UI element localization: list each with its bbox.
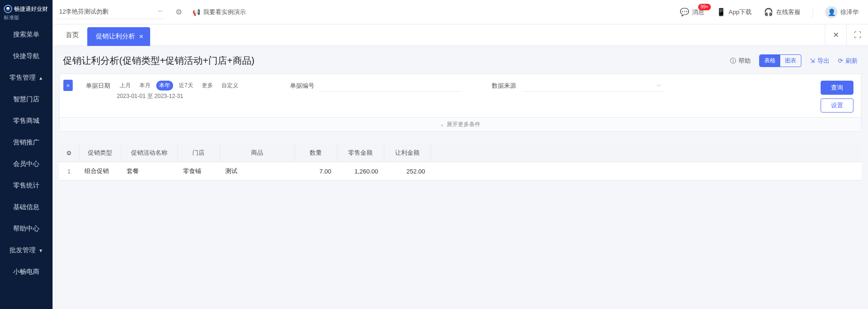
tab-promo-analysis-label: 促销让利分析 <box>96 32 135 41</box>
view-table-button[interactable]: 表格 <box>760 55 780 67</box>
help-label: 帮助 <box>739 57 751 65</box>
preset-this-year[interactable]: 本年 <box>156 81 173 90</box>
preset-this-month[interactable]: 本月 <box>137 81 153 90</box>
cell-store: 零食铺 <box>177 162 220 181</box>
sidebar-item-search[interactable]: 搜索菜单 <box>0 24 53 45</box>
sidebar-item-member[interactable]: 会员中心 <box>0 153 53 175</box>
demo-link-label: 我要看实例演示 <box>203 8 246 16</box>
help-icon: ⓘ <box>730 57 736 65</box>
col-promo-type: 促销类型 <box>79 144 121 162</box>
divider <box>813 7 813 18</box>
sidebar-item-help[interactable]: 帮助中心 <box>0 218 53 240</box>
settings-icon[interactable]: ⚙ <box>174 8 184 16</box>
col-product: 商品 <box>220 144 295 162</box>
sidebar-group-retail[interactable]: 零售管理 ▲ <box>0 67 53 89</box>
table-row[interactable]: 1 组合促销 套餐 零食铺 测试 7.00 1,260.00 252.00 <box>59 162 861 181</box>
support-label: 在线客服 <box>776 8 800 16</box>
sidebar-item-retailstats[interactable]: 零售统计 <box>0 175 53 196</box>
view-chart-button[interactable]: 图表 <box>780 55 801 67</box>
refresh-icon: ⟳ <box>838 57 843 64</box>
view-toggle: 表格 图表 <box>759 54 801 67</box>
preset-last7[interactable]: 近7天 <box>176 81 196 90</box>
fullscreen-button[interactable]: ⛶ <box>846 24 868 45</box>
close-all-tabs-button[interactable]: ✕ <box>825 24 846 45</box>
sidebar-item-marketing[interactable]: 营销推广 <box>0 132 53 153</box>
col-promo-name: 促销活动名称 <box>121 144 177 162</box>
date-range-display: 2023-01-01 至 2023-12-31 <box>117 92 241 100</box>
cell-amount: 1,260.00 <box>337 162 384 181</box>
double-chevron-down-icon: ⌄ <box>440 122 444 127</box>
avatar-icon: 👤 <box>825 6 838 18</box>
export-icon: ⇲ <box>810 57 815 64</box>
tab-home[interactable]: 首页 <box>57 24 87 45</box>
results-table: ⚙ 促销类型 促销活动名称 门店 商品 数量 零售金额 让利金额 <box>59 144 861 181</box>
demo-link[interactable]: 📢 我要看实例演示 <box>192 8 246 16</box>
preset-last-month[interactable]: 上月 <box>117 81 134 90</box>
cell-product: 测试 <box>220 162 295 181</box>
sidebar-item-retailmall[interactable]: 零售商城 <box>0 110 53 132</box>
messages-badge: 99+ <box>698 4 711 10</box>
speaker-icon: 📢 <box>192 8 200 16</box>
tab-strip: 首页 促销让利分析 ✕ ✕ ⛶ <box>53 24 868 46</box>
download-label: App下载 <box>729 8 752 16</box>
org-selector[interactable]: 12李艳芬测试勿删 ﹀ <box>57 5 165 19</box>
sidebar-item-quicknav[interactable]: 快捷导航 <box>0 45 53 67</box>
cell-qty: 7.00 <box>295 162 337 181</box>
sidebar-group-wholesale-label: 批发管理 <box>9 246 36 255</box>
sidebar-item-xiaochang[interactable]: 小畅电商 <box>0 261 53 283</box>
filter-settings-button[interactable]: 设置 <box>821 98 853 113</box>
cell-promo-type: 组合促销 <box>79 162 121 181</box>
filter-date-label: 单据日期 <box>86 81 110 90</box>
expand-filters-button[interactable]: ⌄ 展开更多条件 <box>60 117 861 131</box>
sidebar: 畅捷通好业财 标准版 搜索菜单 快捷导航 零售管理 ▲ 智慧门店 零售商城 营销… <box>0 0 53 309</box>
column-settings-button[interactable]: ⚙ <box>59 144 79 162</box>
page-header: 促销让利分析(促销类型+促销活动+门店+商品) ⓘ 帮助 表格 图表 ⇲ 导出 <box>59 46 861 74</box>
tab-promo-analysis[interactable]: 促销让利分析 ✕ <box>87 27 150 46</box>
download-button[interactable]: 📱 App下载 <box>715 8 754 16</box>
col-discount: 让利金额 <box>384 144 431 162</box>
preset-custom[interactable]: 自定义 <box>219 81 241 90</box>
query-button[interactable]: 查询 <box>821 81 853 95</box>
sidebar-item-smartstore[interactable]: 智慧门店 <box>0 89 53 110</box>
filter-doc-no-label: 单据编号 <box>290 81 314 90</box>
export-button[interactable]: ⇲ 导出 <box>810 57 830 65</box>
topbar: 12李艳芬测试勿删 ﹀ ⚙ 📢 我要看实例演示 💬 消息 99+ 📱 App下载… <box>53 0 868 24</box>
messages-button[interactable]: 💬 消息 99+ <box>678 8 706 16</box>
brand-logo-icon <box>4 5 12 13</box>
cell-discount: 252.00 <box>384 162 431 181</box>
filter-doc-no: 单据编号 <box>290 81 462 92</box>
phone-icon: 📱 <box>716 8 726 16</box>
chat-icon: 💬 <box>680 8 689 16</box>
chevron-down-icon: ﹀ <box>158 8 163 16</box>
collapse-filter-button[interactable]: » <box>63 80 73 91</box>
org-selector-value: 12李艳芬测试勿删 <box>59 8 108 16</box>
brand-name: 畅捷通好业财 <box>14 5 48 13</box>
col-qty: 数量 <box>295 144 337 162</box>
row-index: 1 <box>59 162 79 181</box>
brand-edition: 标准版 <box>4 14 49 21</box>
doc-no-input[interactable] <box>321 81 462 92</box>
cell-promo-name: 套餐 <box>121 162 177 181</box>
caret-down-icon: ▼ <box>38 248 43 253</box>
help-button[interactable]: ⓘ 帮助 <box>730 57 751 65</box>
filter-date: 单据日期 上月 本月 本年 近7天 更多 自定义 2023-01-01 至 20… <box>86 81 241 100</box>
refresh-label: 刷新 <box>845 57 858 65</box>
source-select[interactable] <box>523 81 663 92</box>
filter-panel: » 单据日期 上月 本月 本年 近7天 更多 自定义 <box>59 74 861 132</box>
tab-close-icon[interactable]: ✕ <box>139 33 144 40</box>
col-spacer <box>431 144 861 162</box>
sidebar-group-retail-label: 零售管理 <box>9 74 36 82</box>
expand-filters-label: 展开更多条件 <box>447 121 480 128</box>
brand-block: 畅捷通好业财 标准版 <box>0 0 53 24</box>
support-button[interactable]: 🎧 在线客服 <box>762 8 802 16</box>
col-store: 门店 <box>177 144 220 162</box>
sidebar-group-wholesale[interactable]: 批发管理 ▼ <box>0 240 53 261</box>
filter-source: 数据来源 ﹀ <box>492 81 663 92</box>
caret-up-icon: ▲ <box>38 75 43 81</box>
filter-source-label: 数据来源 <box>492 81 516 90</box>
preset-more[interactable]: 更多 <box>199 81 216 90</box>
gear-icon: ⚙ <box>66 150 72 157</box>
user-menu[interactable]: 👤 徐泽华 <box>823 6 860 18</box>
sidebar-item-baseinfo[interactable]: 基础信息 <box>0 196 53 218</box>
refresh-button[interactable]: ⟳ 刷新 <box>838 57 858 65</box>
